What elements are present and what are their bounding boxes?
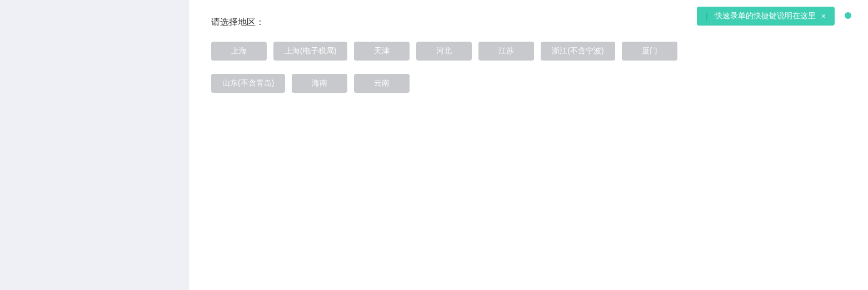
region-row-1: 上海上海(电子税局)天津河北江苏浙江(不含宁波)厦门 — [211, 42, 677, 61]
tooltip-close-button[interactable]: × — [821, 12, 826, 21]
tooltip-dot — [845, 12, 851, 19]
region-button-zhejiang[interactable]: 浙江(不含宁波) — [541, 42, 615, 61]
region-button-jiangsu[interactable]: 江苏 — [478, 42, 534, 61]
region-button-tianjin[interactable]: 天津 — [354, 42, 410, 61]
region-button-hebei[interactable]: 河北 — [416, 42, 472, 61]
tooltip-banner: 快速录单的快捷键说明在这里 × — [697, 7, 835, 26]
region-button-hainan[interactable]: 海南 — [292, 74, 347, 93]
region-button-shandong[interactable]: 山东(不含青岛) — [211, 74, 285, 93]
main-content: 请选择地区： 上海上海(电子税局)天津河北江苏浙江(不含宁波)厦门 山东(不含青… — [189, 0, 868, 290]
region-button-shanghai-etax[interactable]: 上海(电子税局) — [273, 42, 347, 61]
tooltip-text: 快速录单的快捷键说明在这里 — [715, 11, 816, 21]
region-row-2: 山东(不含青岛)海南云南 — [211, 74, 410, 93]
region-button-yunnan[interactable]: 云南 — [354, 74, 410, 93]
left-panel — [0, 0, 189, 290]
region-button-xiamen[interactable]: 厦门 — [622, 42, 677, 61]
region-button-shanghai[interactable]: 上海 — [211, 42, 267, 61]
region-buttons: 上海上海(电子税局)天津河北江苏浙江(不含宁波)厦门 山东(不含青岛)海南云南 — [211, 42, 846, 93]
